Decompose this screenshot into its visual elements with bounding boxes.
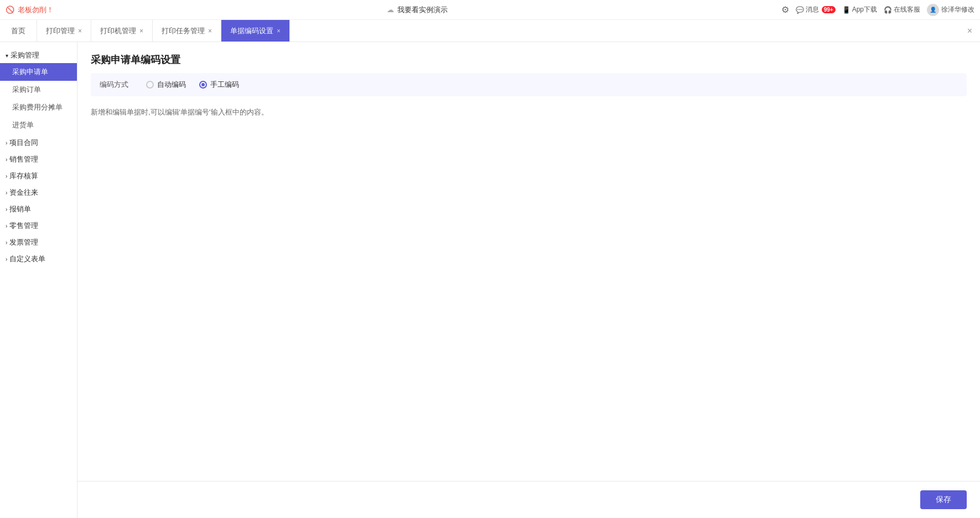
radio-manual-label: 手工编码 bbox=[210, 80, 239, 90]
sidebar-group-sales-label: 销售管理 bbox=[9, 154, 38, 164]
sidebar-group-procurement-label: 采购管理 bbox=[11, 50, 39, 60]
sidebar-group-expense-arrow: › bbox=[6, 206, 7, 213]
radio-auto-code[interactable]: 自动编码 bbox=[146, 80, 186, 90]
encoding-method-row: 编码方式 自动编码 手工编码 bbox=[91, 73, 967, 96]
user-profile-item[interactable]: 👤 徐泽华修改 bbox=[927, 4, 974, 16]
sidebar-group-expense[interactable]: › 报销单 bbox=[0, 200, 77, 217]
main-layout: ▾ 采购管理 采购申请单 采购订单 采购费用分摊单 进货单 › 项目合同 › 销… bbox=[0, 42, 980, 518]
tab-print-task-mgmt-label: 打印任务管理 bbox=[162, 26, 205, 36]
sidebar-group-finance-label: 资金往来 bbox=[9, 188, 38, 198]
tab-print-mgmt-label: 打印管理 bbox=[46, 26, 75, 36]
sidebar-group-inventory-label: 库存核算 bbox=[9, 171, 38, 181]
demo-bar-left: 🚫 老板勿削！ bbox=[6, 5, 54, 15]
settings-form: 编码方式 自动编码 手工编码 新增和编辑单据时,可以编辑'单据编号'输入框中的内… bbox=[77, 73, 980, 120]
demo-bar-left-text: 老板勿削！ bbox=[18, 5, 54, 15]
tab-print-task-mgmt-close[interactable]: × bbox=[208, 27, 212, 35]
radio-manual-circle[interactable] bbox=[199, 81, 207, 89]
sidebar-group-retail-label: 零售管理 bbox=[9, 221, 38, 231]
page-title: 采购申请单编码设置 bbox=[91, 53, 967, 66]
radio-group-encoding: 自动编码 手工编码 bbox=[146, 80, 239, 90]
phone-icon: 📱 bbox=[842, 6, 851, 14]
sidebar-item-purchase-expense[interactable]: 采购费用分摊单 bbox=[0, 99, 77, 116]
sidebar-group-inventory[interactable]: › 库存核算 bbox=[0, 167, 77, 184]
tab-home[interactable]: 首页 bbox=[0, 20, 37, 42]
sidebar-group-sales[interactable]: › 销售管理 bbox=[0, 151, 77, 167]
content-area: 采购申请单编码设置 编码方式 自动编码 手工编码 bbox=[77, 42, 980, 518]
online-service-item[interactable]: 🎧 在线客服 bbox=[884, 5, 920, 14]
sidebar-group-project[interactable]: › 项目合同 bbox=[0, 134, 77, 151]
sidebar-group-invoice[interactable]: › 发票管理 bbox=[0, 234, 77, 250]
content-footer: 保存 bbox=[77, 481, 980, 518]
radio-manual-code[interactable]: 手工编码 bbox=[199, 80, 239, 90]
settings-icon[interactable]: ⚙ bbox=[781, 4, 789, 15]
radio-auto-label: 自动编码 bbox=[157, 80, 186, 90]
message-item[interactable]: 💬 消息 99+ bbox=[796, 5, 836, 14]
sidebar-group-expense-label: 报销单 bbox=[9, 204, 31, 214]
sidebar-group-custom-forms[interactable]: › 自定义表单 bbox=[0, 250, 77, 267]
sidebar-group-custom-forms-label: 自定义表单 bbox=[9, 254, 45, 264]
sidebar-group-project-arrow: › bbox=[6, 140, 7, 146]
sidebar-group-invoice-label: 发票管理 bbox=[9, 237, 38, 247]
sidebar-group-finance-arrow: › bbox=[6, 190, 7, 196]
radio-auto-circle[interactable] bbox=[146, 81, 154, 89]
headset-icon: 🎧 bbox=[884, 6, 892, 14]
user-name: 徐泽华修改 bbox=[941, 5, 974, 14]
demo-bar-right: ⚙ 💬 消息 99+ 📱 App下载 🎧 在线客服 👤 徐泽华修改 bbox=[781, 4, 974, 16]
page-header: 采购申请单编码设置 bbox=[77, 42, 980, 73]
tab-encoding-settings-close[interactable]: × bbox=[277, 27, 281, 35]
sidebar: ▾ 采购管理 采购申请单 采购订单 采购费用分摊单 进货单 › 项目合同 › 销… bbox=[0, 42, 77, 518]
tab-print-mgmt-close[interactable]: × bbox=[78, 27, 82, 35]
sidebar-item-purchase-order[interactable]: 采购订单 bbox=[0, 81, 77, 99]
demo-bar-center[interactable]: ☁ 我要看实例演示 bbox=[387, 5, 448, 15]
sidebar-group-retail-arrow: › bbox=[6, 223, 7, 229]
tab-print-task-mgmt[interactable]: 打印任务管理 × bbox=[153, 20, 221, 42]
tab-encoding-settings-label: 单据编码设置 bbox=[230, 26, 273, 36]
tab-encoding-settings[interactable]: 单据编码设置 × bbox=[221, 20, 290, 42]
tab-bar-close-all[interactable]: × bbox=[960, 26, 980, 36]
sidebar-group-invoice-arrow: › bbox=[6, 240, 7, 246]
cloud-icon: ☁ bbox=[387, 6, 394, 14]
sidebar-group-custom-forms-arrow: › bbox=[6, 256, 7, 262]
app-download-item[interactable]: 📱 App下载 bbox=[842, 5, 877, 14]
tab-bar: 首页 打印管理 × 打印机管理 × 打印任务管理 × 单据编码设置 × × bbox=[0, 20, 980, 42]
tab-printer-mgmt-close[interactable]: × bbox=[139, 27, 143, 35]
sidebar-group-project-label: 项目合同 bbox=[9, 138, 38, 148]
sidebar-group-inventory-arrow: › bbox=[6, 173, 7, 179]
sidebar-item-purchase-request[interactable]: 采购申请单 bbox=[0, 63, 77, 81]
avatar: 👤 bbox=[927, 4, 939, 16]
sidebar-item-goods-receipt[interactable]: 进货单 bbox=[0, 116, 77, 134]
message-icon: 💬 bbox=[796, 6, 804, 14]
tab-print-mgmt[interactable]: 打印管理 × bbox=[37, 20, 91, 42]
message-badge: 99+ bbox=[822, 6, 836, 13]
save-button[interactable]: 保存 bbox=[920, 490, 967, 509]
tab-home-label: 首页 bbox=[11, 26, 25, 36]
content-spacer bbox=[77, 120, 980, 481]
sidebar-group-procurement[interactable]: ▾ 采购管理 bbox=[0, 46, 77, 63]
sidebar-group-sales-arrow: › bbox=[6, 157, 7, 163]
warning-icon: 🚫 bbox=[6, 6, 14, 14]
demo-bar-center-text: 我要看实例演示 bbox=[397, 5, 448, 15]
encoding-method-label: 编码方式 bbox=[100, 80, 133, 90]
demo-bar: 🚫 老板勿削！ ☁ 我要看实例演示 ⚙ 💬 消息 99+ 📱 App下载 🎧 在… bbox=[0, 0, 980, 20]
tab-printer-mgmt-label: 打印机管理 bbox=[100, 26, 136, 36]
tab-printer-mgmt[interactable]: 打印机管理 × bbox=[91, 20, 153, 42]
sidebar-group-procurement-arrow: ▾ bbox=[6, 53, 8, 59]
description-text: 新增和编辑单据时,可以编辑'单据编号'输入框中的内容。 bbox=[91, 105, 967, 120]
sidebar-group-retail[interactable]: › 零售管理 bbox=[0, 217, 77, 234]
sidebar-group-finance[interactable]: › 资金往来 bbox=[0, 184, 77, 200]
